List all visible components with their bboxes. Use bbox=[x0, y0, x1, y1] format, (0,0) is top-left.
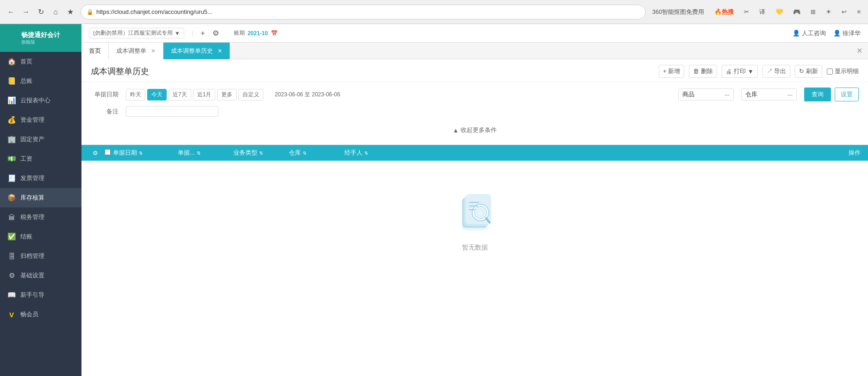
sort-date-icon[interactable]: ⇅ bbox=[139, 150, 143, 156]
header-divider1: | bbox=[192, 30, 193, 37]
table-container: ⚙ 单据日期 ⇅ 单据... ⇅ 业务类型 ⇅ 仓库 ⇅ bbox=[81, 145, 868, 280]
tax-icon: 🏛 bbox=[7, 213, 16, 221]
header-right: 👤 人工咨询 👤 徐泽华 bbox=[793, 29, 861, 38]
scissors-tool[interactable]: ✂ bbox=[741, 7, 752, 16]
custom-date-btn[interactable]: 自定义 bbox=[238, 89, 263, 100]
home-button[interactable]: ⌂ bbox=[49, 6, 62, 19]
add-button[interactable]: + 新增 bbox=[659, 65, 684, 78]
warehouse-filter[interactable]: 仓库 ··· bbox=[741, 88, 797, 100]
more-date-btn[interactable]: 更多 bbox=[217, 89, 237, 100]
sidebar-item-settings[interactable]: ⚙ 基础设置 bbox=[0, 266, 81, 285]
wallet-tool[interactable]: 💛 bbox=[773, 7, 786, 16]
tab-settings-button[interactable]: ⚙ bbox=[212, 29, 219, 38]
tab-home-label: 首页 bbox=[89, 47, 101, 55]
back-button[interactable]: ← bbox=[5, 6, 18, 19]
date-buttons: 昨天 今天 近7天 近1月 更多 自定义 bbox=[126, 89, 263, 100]
more-tool[interactable]: ≡ bbox=[854, 7, 863, 16]
date-separator: 至 bbox=[305, 91, 312, 98]
refresh-button[interactable]: ↻ bbox=[34, 6, 47, 19]
col-num-label: 单据... bbox=[178, 149, 195, 157]
sidebar-item-close-account[interactable]: ✅ 结账 bbox=[0, 227, 81, 246]
sidebar-item-guide[interactable]: 📖 新手引导 bbox=[0, 285, 81, 305]
sidebar-label-report: 云报表中心 bbox=[20, 96, 50, 105]
date-filter-label: 单据日期 bbox=[91, 90, 119, 99]
last1month-btn[interactable]: 近1月 bbox=[193, 89, 216, 100]
address-bar[interactable]: 🔒 https://cloud.chanjet.com/accounting/u… bbox=[81, 5, 646, 19]
remarks-input[interactable] bbox=[126, 106, 219, 117]
sidebar-item-home[interactable]: 🏠 首页 bbox=[0, 52, 81, 71]
print-label: 打印 bbox=[734, 67, 746, 75]
sidebar-item-cloud-report[interactable]: 📊 云报表中心 bbox=[0, 91, 81, 110]
yesterday-btn[interactable]: 昨天 bbox=[126, 89, 145, 100]
print-button[interactable]: 🖨 打印 ▼ bbox=[722, 65, 758, 78]
nav-buttons: ← → ↻ ⌂ ★ bbox=[5, 6, 77, 19]
today-btn[interactable]: 今天 bbox=[147, 89, 167, 100]
home-icon: 🏠 bbox=[7, 57, 16, 66]
undo-tool[interactable]: ↩ bbox=[839, 7, 849, 16]
search-tool[interactable]: 360智能抠图免费用 bbox=[649, 7, 707, 17]
display-toggle-checkbox[interactable] bbox=[827, 69, 833, 75]
grid-tool[interactable]: ⊞ bbox=[808, 7, 818, 16]
assets-icon: 🏢 bbox=[7, 135, 16, 144]
sidebar-item-salary[interactable]: 💵 工资 bbox=[0, 149, 81, 169]
company-selector[interactable]: (勿删勿禁用）江西服宝测试专用 ▼ bbox=[89, 28, 184, 38]
tab-bar-close[interactable]: ✕ bbox=[856, 46, 868, 55]
sort-type-icon[interactable]: ⇅ bbox=[259, 150, 263, 156]
sort-warehouse-icon[interactable]: ⇅ bbox=[303, 150, 306, 156]
sidebar-item-vip[interactable]: V 畅会员 bbox=[0, 305, 81, 324]
service-button[interactable]: 👤 人工咨询 bbox=[793, 29, 826, 38]
vip-icon: V bbox=[7, 310, 16, 319]
game-tool[interactable]: 🎮 bbox=[790, 7, 803, 16]
add-tab-button[interactable]: + bbox=[200, 29, 205, 38]
user-avatar-icon: 👤 bbox=[833, 30, 841, 37]
translate-tool[interactable]: 译 bbox=[756, 7, 768, 17]
archive-icon: 🗄 bbox=[7, 252, 16, 260]
tab-cost-adjust-label: 成本调整单 bbox=[116, 47, 146, 55]
tab-cost-adjust-history[interactable]: 成本调整单历史 ✕ bbox=[163, 43, 230, 59]
content-area: (勿删勿禁用）江西服宝测试专用 ▼ | + ⚙ 账期 2021-10 📅 👤 人… bbox=[81, 24, 868, 376]
tab-cost-adjust[interactable]: 成本调整单 ✕ bbox=[109, 43, 163, 59]
sidebar-item-tax[interactable]: 🏛 税务管理 bbox=[0, 207, 81, 227]
sidebar-item-fixed-assets[interactable]: 🏢 固定资产 bbox=[0, 130, 81, 149]
export-button[interactable]: ↗ 导出 bbox=[762, 65, 791, 78]
sidebar-item-fund[interactable]: 💰 资金管理 bbox=[0, 110, 81, 130]
period-value: 2021-10 bbox=[248, 30, 268, 37]
sort-num-icon[interactable]: ⇅ bbox=[197, 150, 200, 156]
last7-btn[interactable]: 近7天 bbox=[169, 89, 191, 100]
forward-button[interactable]: → bbox=[19, 6, 32, 19]
sidebar-item-archive[interactable]: 🗄 归档管理 bbox=[0, 246, 81, 266]
goods-filter[interactable]: 商品 ··· bbox=[678, 88, 734, 100]
col-header-date: 单据日期 ⇅ bbox=[113, 149, 178, 157]
settings-query-button[interactable]: 设置 bbox=[835, 88, 859, 101]
sidebar-item-invoice[interactable]: 🧾 发票管理 bbox=[0, 169, 81, 188]
url-text: https://cloud.chanjet.com/accounting/uru… bbox=[96, 8, 212, 15]
tab-cost-adjust-close[interactable]: ✕ bbox=[151, 48, 156, 54]
refresh-action-button[interactable]: ↻ 刷新 bbox=[795, 65, 822, 78]
brightness-tool[interactable]: ☀ bbox=[823, 7, 834, 16]
page-close-icon[interactable]: ✕ bbox=[856, 47, 862, 55]
collapse-button[interactable]: ▲ 收起更多条件 bbox=[453, 126, 497, 134]
tab-cost-adjust-history-close[interactable]: ✕ bbox=[218, 48, 222, 54]
sidebar-item-general-ledger[interactable]: 📒 总账 bbox=[0, 71, 81, 91]
collapse-label: 收起更多条件 bbox=[461, 126, 497, 134]
service-icon: 👤 bbox=[793, 30, 800, 37]
sort-operator-icon[interactable]: ⇅ bbox=[364, 150, 368, 156]
collapse-area: ▲ 收起更多条件 bbox=[91, 121, 859, 139]
select-all-checkbox[interactable] bbox=[105, 149, 111, 155]
col-header-type: 业务类型 ⇅ bbox=[233, 149, 289, 157]
table-settings-icon[interactable]: ⚙ bbox=[89, 150, 102, 157]
tab-home[interactable]: 首页 bbox=[81, 43, 109, 59]
inventory-icon: 📦 bbox=[7, 194, 16, 202]
delete-button[interactable]: 🗑 删除 bbox=[689, 65, 717, 78]
empty-state: 暂无数据 bbox=[81, 161, 868, 280]
query-button[interactable]: 查询 bbox=[804, 88, 831, 101]
sidebar-item-inventory[interactable]: 📦 库存核算 bbox=[0, 188, 81, 207]
table-select-all[interactable] bbox=[102, 149, 113, 157]
page-header: 成本调整单历史 + 新增 🗑 删除 🖨 打印 ▼ ↗ 导出 ↻ 刷新 显示明细 bbox=[81, 59, 868, 82]
calendar-icon[interactable]: 📅 bbox=[271, 30, 278, 37]
user-menu[interactable]: 👤 徐泽华 bbox=[833, 29, 861, 38]
dropdown-icon: ▼ bbox=[175, 30, 180, 37]
bookmark-button[interactable]: ★ bbox=[64, 6, 77, 19]
hot-search[interactable]: 🔥热搜 bbox=[712, 7, 737, 17]
col-date-label: 单据日期 bbox=[113, 149, 137, 157]
